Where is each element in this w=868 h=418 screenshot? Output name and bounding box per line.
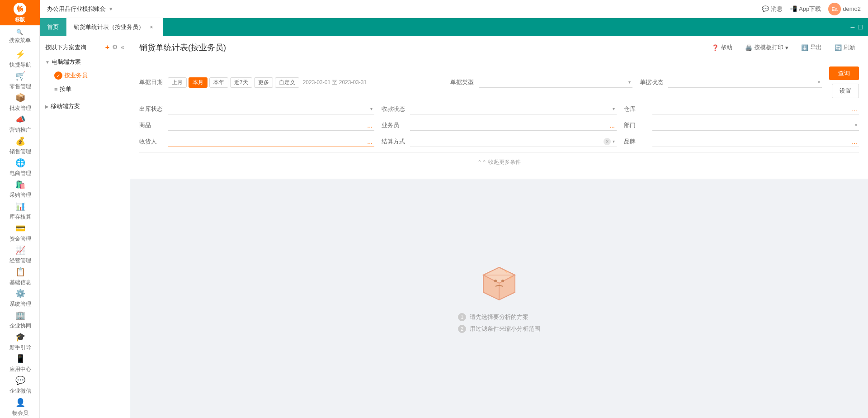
- sidebar-item-quick[interactable]: ⚡ 快捷导航: [0, 48, 40, 70]
- settlement-caret[interactable]: ▾: [613, 139, 617, 144]
- payment-label: 收款状态: [382, 105, 406, 113]
- docstatus-input[interactable]: [668, 77, 818, 87]
- settings-btn[interactable]: 设置: [832, 84, 859, 98]
- outstatus-select-wrap: ▾: [168, 104, 374, 114]
- svg-text:✦: ✦: [505, 269, 508, 274]
- help-btn[interactable]: ❓ 帮助: [708, 42, 736, 53]
- warehouse-input[interactable]: [652, 104, 852, 114]
- plan-sub-icon: ≡: [54, 86, 58, 93]
- filter-warehouse: 仓库 ...: [624, 104, 859, 114]
- tab-home[interactable]: 首页: [40, 18, 66, 36]
- settlement-input[interactable]: [410, 136, 604, 147]
- date-more-btn[interactable]: 更多: [254, 77, 273, 88]
- sidebar-item-enterprise[interactable]: 🏢 企业协同: [0, 309, 40, 331]
- sidebar-item-finance[interactable]: 💳 资金管理: [0, 222, 40, 244]
- settlement-label: 结算方式: [382, 138, 406, 146]
- collapse-panel-btn[interactable]: «: [121, 43, 124, 52]
- sidebar-item-ecommerce[interactable]: 🌐 电商管理: [0, 157, 40, 179]
- date-this-year-btn[interactable]: 本年: [209, 77, 228, 88]
- left-panel-actions: + ⚙ «: [105, 43, 124, 52]
- enterprise-icon: 🏢: [15, 310, 25, 320]
- docstatus-caret[interactable]: ▾: [818, 80, 822, 85]
- tab-close-btn[interactable]: ×: [148, 24, 155, 31]
- brand-input[interactable]: [652, 136, 852, 147]
- payment-input[interactable]: [410, 104, 613, 114]
- sidebar-item-operation[interactable]: 📈 经营管理: [0, 244, 40, 266]
- newbie-icon: 🎓: [15, 332, 25, 342]
- doctype-label: 单据类型: [450, 78, 475, 86]
- payment-caret[interactable]: ▾: [613, 106, 617, 111]
- date-custom-btn[interactable]: 自定义: [275, 77, 299, 88]
- tree-item-order[interactable]: ≡ 按单: [49, 82, 130, 96]
- outstatus-caret[interactable]: ▾: [370, 106, 374, 111]
- sidebar-item-sales[interactable]: 💰 销售管理: [0, 135, 40, 157]
- export-btn[interactable]: ⬇️ 导出: [797, 42, 826, 53]
- salesman-input[interactable]: [410, 120, 609, 130]
- sidebar-item-inventory[interactable]: 📊 库存核算: [0, 200, 40, 222]
- sidebar-item-base[interactable]: 📋 基础信息: [0, 266, 40, 287]
- receiver-dots[interactable]: ...: [367, 138, 374, 145]
- export-icon: ⬇️: [801, 44, 808, 51]
- add-plan-btn[interactable]: +: [105, 43, 109, 52]
- sidebar-item-purchase[interactable]: 🛍️ 采购管理: [0, 179, 40, 200]
- refresh-btn[interactable]: 🔄 刷新: [831, 42, 859, 53]
- settings-plan-btn[interactable]: ⚙: [112, 43, 118, 52]
- department-select-wrap: ▾: [652, 120, 859, 131]
- outstatus-input[interactable]: [168, 104, 370, 114]
- doctype-input[interactable]: [479, 77, 628, 87]
- user-profile[interactable]: Ea demo2: [828, 3, 861, 15]
- tree-section-mobile: ▶ 移动端方案: [40, 100, 130, 113]
- filter-payment: 收款状态 ▾: [382, 104, 617, 114]
- avatar: Ea: [828, 3, 841, 15]
- date-this-month-btn[interactable]: 本月: [189, 77, 208, 88]
- department-input[interactable]: [652, 120, 855, 130]
- date-range-display: 2023-03-01 至 2023-03-31: [303, 79, 367, 86]
- product-dots[interactable]: ...: [367, 122, 374, 129]
- filter-row-1: 单据日期 上月 本月 本年 近7天 更多 自定义 2023-03-01 至 20…: [139, 66, 859, 98]
- sidebar-item-marketing[interactable]: 📣 营销推广: [0, 113, 40, 135]
- department-caret[interactable]: ▾: [855, 123, 859, 128]
- sidebar-item-system[interactable]: ⚙️ 系统管理: [0, 287, 40, 309]
- tree-arrow-pc: ▼: [45, 60, 50, 65]
- print-dropdown-icon: ▾: [785, 44, 788, 51]
- tab-minimize-btn[interactable]: –: [850, 23, 854, 31]
- sidebar-item-retail[interactable]: 🛒 零售管理: [0, 70, 40, 91]
- tab-active[interactable]: 销货单统计表（按业务员） ×: [66, 18, 163, 36]
- tree-item-salesman[interactable]: ✓ 按业务员: [49, 69, 130, 82]
- receiver-input[interactable]: [168, 136, 367, 147]
- brand-dots[interactable]: ...: [852, 138, 859, 145]
- right-main: 销货单统计表(按业务员) ❓ 帮助 🖨️ 按模板打印 ▾ ⬇️ 导出: [130, 36, 868, 418]
- doctype-caret[interactable]: ▾: [628, 80, 632, 85]
- tab-maximize-btn[interactable]: □: [858, 23, 863, 31]
- sidebar-item-wholesale[interactable]: 📦 批发管理: [0, 91, 40, 113]
- sidebar-item-search[interactable]: 🔍 搜索菜单: [0, 25, 40, 48]
- warehouse-dots[interactable]: ...: [852, 105, 859, 113]
- template-print-btn[interactable]: 🖨️ 按模板打印 ▾: [741, 42, 792, 53]
- left-panel-header: 按以下方案查询 + ⚙ «: [40, 40, 130, 55]
- sidebar-item-newbie[interactable]: 🎓 新手引导: [0, 331, 40, 353]
- base-icon: 📋: [15, 267, 25, 277]
- sidebar-item-member[interactable]: 👤 畅会员: [0, 396, 40, 418]
- svg-text:✦: ✦: [509, 276, 512, 280]
- collapse-label: 收起更多条件: [488, 158, 521, 166]
- message-btn[interactable]: 💬 消息: [762, 5, 783, 13]
- query-btn[interactable]: 查询: [829, 66, 859, 80]
- home-tab-label: 首页: [47, 23, 59, 31]
- date-7days-btn[interactable]: 近7天: [230, 77, 252, 88]
- date-label: 单据日期: [139, 78, 164, 86]
- salesman-dots[interactable]: ...: [609, 122, 617, 129]
- empty-hint-2: 用过滤条件来缩小分析范围: [458, 325, 540, 333]
- receiver-select-wrap: ...: [168, 136, 374, 147]
- collapse-up-icon: ⌃⌃: [477, 159, 486, 166]
- product-input[interactable]: [168, 120, 367, 130]
- wholesale-icon: 📦: [15, 93, 25, 103]
- app-download-btn[interactable]: 📲 App下载: [790, 5, 821, 13]
- sidebar-item-app[interactable]: 📱 应用中心: [0, 353, 40, 375]
- settlement-clear-btn[interactable]: ×: [604, 138, 611, 145]
- page-title: 销货单统计表(按业务员): [139, 42, 226, 53]
- left-panel: 按以下方案查询 + ⚙ « ▼ 电脑端方案 ✓ 按业务员 ≡ 按单: [40, 36, 130, 418]
- header-dropdown-icon[interactable]: ▾: [109, 5, 113, 12]
- collapse-btn[interactable]: ⌃⌃ 收起更多条件: [472, 157, 526, 168]
- date-last-month-btn[interactable]: 上月: [168, 77, 187, 88]
- sidebar-item-wechat[interactable]: 💬 企业微信: [0, 375, 40, 396]
